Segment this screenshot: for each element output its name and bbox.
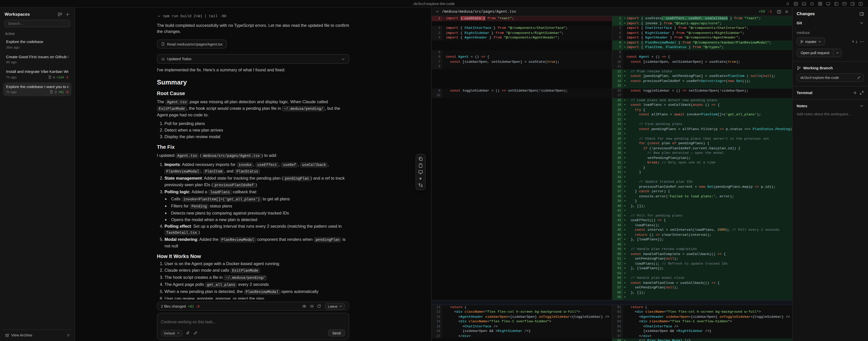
active-section-label: Active [3,30,71,37]
open-pr-label: Open pull request [797,49,833,57]
workspace-item[interactable]: Explore the codebase I want you to ex...… [3,82,71,96]
deletions-count: -3 [196,304,199,308]
tool-read-file[interactable]: Read medusa/src/pages/Agent.tsx [157,39,227,49]
working-branch-value[interactable]: vk/3ccf-explore-the-code [797,73,864,82]
titlebar: vk/3ccf-explore-the-code [0,0,868,8]
panel-top-icon[interactable] [842,1,847,6]
diff-row: 19+ const loadPlans = useCallback(async … [432,103,792,107]
workspace-item[interactable]: Install and integrate Vibe Kanban Web...… [3,67,71,81]
diff-row: 10 17 [432,93,792,98]
chat-column: npm run build 2>&1 | tail -80The build c… [157,8,349,300]
diff-additions: +59 [759,10,765,14]
columns-icon[interactable] [858,1,863,6]
grid-icon[interactable] [818,1,823,6]
columns-icon[interactable] [777,10,781,14]
copy-icon[interactable] [418,156,423,161]
tool-updated-todos[interactable]: Updated Todos [157,54,349,64]
monitor-icon[interactable] [826,1,831,6]
diff-row: 15+ [432,84,792,88]
mode-label: Default [164,331,175,335]
changes-summary-bar[interactable]: 2 files changed +61 -3 Latest [157,302,349,311]
diff-row: 26+ // Check for new pending plans that … [432,136,792,141]
open-pr-button[interactable]: Open pull request [797,49,842,57]
kanban-icon[interactable] [58,12,62,17]
diff-row: 2+import { invoke } from "@tauri-apps/ap… [432,21,792,26]
list-item: State management: Added state for tracki… [164,175,349,188]
search-input[interactable] [4,20,70,27]
diff-body[interactable]: 1-import { useState } from "react";1+imp… [432,16,792,341]
layout-grid-icon[interactable] [794,1,798,6]
ellipsis-icon[interactable] [859,39,864,44]
chevron-down-icon[interactable] [859,103,864,108]
diff-row: 52+ loadPlans(); // Refresh to update tr… [432,261,792,266]
panel-right-icon[interactable] [859,11,864,16]
diff-row: 5 8 [432,50,792,55]
list-item: Poll for pending plans [164,120,349,126]
diff-row: 25+ [432,131,792,136]
git-compare-icon[interactable] [418,183,423,188]
expand-icon[interactable] [859,90,864,95]
ordered-list: User is on the Agent page with a Docker-… [157,260,349,300]
diff-row: 49+ // Handle plan review completion [432,247,792,252]
diff-row: 55+ // Handle plan modal close [432,276,792,281]
working-branch-label: Working Branch [803,66,833,70]
list-item: User can review, annotate, approve, or r… [164,296,349,300]
paperclip-icon[interactable] [186,331,190,335]
panel-right-icon[interactable] [850,1,855,6]
workspace-diff-badge: 4+134-2 [48,75,68,79]
terminal-section-label: Terminal [797,90,812,95]
refresh-icon[interactable] [317,304,321,308]
pause-icon[interactable] [785,1,790,6]
diff-row: 53+ }, [loadPlans]); [432,266,792,271]
chevron-down-icon[interactable] [435,10,439,14]
diff-row: 24+ const pendingPlans = allPlans.filter… [432,127,792,131]
chevron-down-icon [157,14,161,18]
message-input[interactable] [161,320,345,324]
plus-icon[interactable] [853,90,857,95]
diff-row: 46+ return () => clearInterval(interval)… [432,232,792,237]
chevron-down-icon [836,51,839,55]
branch-selector[interactable]: master [797,37,825,45]
list-item: Calls invoke<PlanItem[]>('get_all_plans'… [171,196,349,203]
play-icon[interactable] [418,176,423,181]
workspace-item[interactable]: Create Good First Issues on Github So...… [3,52,71,66]
list-item: The Agent page polls get_all_plans every… [164,281,349,288]
diff-row: 14+ const previousPlanIdsRef = useRef<Se… [432,79,792,84]
terminal-command[interactable]: npm run build 2>&1 | tail -80 [157,14,349,18]
clipboard-icon[interactable] [418,163,423,168]
panel-bottom-icon[interactable] [802,1,806,6]
latest-label: Latest [328,304,337,308]
list-item: Polling logic: Added a loadPlans callbac… [164,189,349,223]
diff-row: 33+ } [432,170,792,175]
rows-icon[interactable] [310,304,314,308]
pen-icon[interactable] [193,331,197,335]
diff-row: 6 const Agent = () => {9 const Agent = (… [432,55,792,59]
workspace-item[interactable]: Explore the codebase35m ago [3,37,71,51]
send-button[interactable]: Send [328,329,345,336]
hunk-separator[interactable] [432,300,792,305]
chevron-down-icon[interactable] [859,21,864,25]
divider [793,99,868,99]
diff-row: 29+ // New plan detected — open the moda… [432,151,792,156]
eye-icon[interactable] [302,304,307,308]
plus-icon[interactable] [65,12,70,17]
mode-dropdown[interactable]: Default [161,330,183,336]
panel-left-icon[interactable] [834,1,839,6]
diff-row: 12 <div className="flex flex-col h-scree… [432,310,792,314]
window-title: vk/3ccf-explore-the-code [0,1,868,6]
close-icon[interactable] [784,10,788,14]
circle-dot-icon[interactable] [810,1,814,6]
ahead-count: 1 [855,40,857,43]
latest-dropdown[interactable]: Latest [325,303,345,309]
chevron-down-icon [176,331,180,335]
list-item: Filters for Pending status plans [171,203,349,210]
view-archive-button[interactable]: View Archive 0 [3,329,71,338]
chevron-down-icon [818,40,822,43]
pencil-icon[interactable] [857,75,860,80]
monitor-icon[interactable] [418,169,423,175]
diff-row: 36+ previousPlanIdsRef.current = new Set… [432,184,792,189]
notes-placeholder[interactable]: Add notes about this workspace... [797,112,864,116]
assistant-paragraph: The Agent.tsx page was missing all plan … [157,99,349,118]
diff-row: 7 const [sidebarOpen, setSidebarOpen] = … [432,59,792,64]
diff-row: 15 <ChatInterface />65 <ChatInterface /> [432,324,792,329]
